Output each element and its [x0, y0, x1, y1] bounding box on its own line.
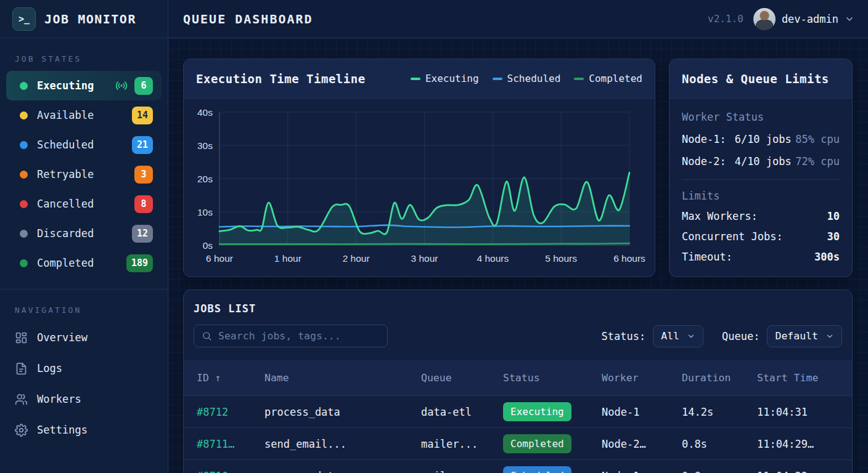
limit-label: Timeout:	[682, 251, 732, 263]
nodes-divider	[682, 179, 840, 180]
svg-text:3 hour: 3 hour	[411, 253, 438, 264]
version-label: v2.1.0	[708, 13, 743, 25]
status-dot	[20, 259, 28, 267]
avatar	[753, 8, 776, 30]
sidebar-state-retryable[interactable]: Retryable3	[6, 160, 162, 189]
sidebar-item-workers[interactable]: Workers	[0, 384, 168, 414]
svg-text:10s: 10s	[197, 207, 213, 217]
legend-label: Executing	[425, 73, 479, 84]
state-label: Available	[37, 109, 94, 121]
column-header-queue[interactable]: Queue	[421, 372, 503, 384]
status-badge: Completed	[503, 434, 571, 453]
app-title: JOB MONITOR	[44, 12, 136, 26]
sidebar-item-overview[interactable]: Overview	[0, 322, 168, 353]
job-id-link[interactable]: #8712	[197, 406, 264, 418]
job-name: send_email...	[264, 438, 421, 450]
status-dot	[20, 230, 28, 238]
state-label: Cancelled	[37, 198, 94, 210]
sidebar: >_ JOB MONITOR JOB STATES Executing6Avai…	[0, 0, 168, 473]
job-start-time: 11:04:29…	[757, 438, 852, 450]
state-label: Scheduled	[37, 139, 94, 151]
job-worker: Node-1	[602, 406, 682, 418]
sidebar-state-completed[interactable]: Completed189	[6, 248, 162, 278]
sidebar-state-discarded[interactable]: Discarded12	[6, 219, 162, 248]
job-name: process_data	[264, 470, 421, 473]
job-id-link[interactable]: #8711…	[197, 438, 264, 450]
app-logo-row: >_ JOB MONITOR	[0, 0, 168, 38]
user-menu[interactable]: dev-admin	[753, 8, 854, 30]
svg-text:2 hour: 2 hour	[343, 253, 370, 264]
job-start-time: 11:04:31	[757, 406, 852, 418]
status-badge: Executing	[503, 402, 571, 421]
state-label: Retryable	[37, 168, 94, 180]
nodes-panel-header: Nodes & Queue Limits	[669, 59, 852, 99]
limit-value: 300s	[814, 251, 840, 263]
count-badge: 3	[134, 166, 153, 184]
jobs-search-box[interactable]	[194, 325, 388, 347]
status-dot	[20, 171, 28, 179]
job-states-list: Executing6Available14Scheduled21Retryabl…	[0, 71, 168, 278]
table-row[interactable]: #8710process_datamailerScheduledNode-10.…	[184, 460, 852, 473]
table-row[interactable]: #8712process_datadata-etlExecutingNode-1…	[184, 396, 852, 428]
column-header-worker[interactable]: Worker	[602, 372, 682, 384]
chart-panel-header: Execution Time Timeline ExecutingSchedul…	[184, 59, 655, 99]
node-cpu: 72% cpu	[795, 155, 840, 168]
top-header: QUEUE DASHBOARD v2.1.0 dev-admin	[168, 0, 868, 38]
user-name: dev-admin	[782, 13, 838, 25]
svg-text:5 hours: 5 hours	[545, 253, 577, 264]
column-header-starttime[interactable]: Start Time	[757, 372, 852, 384]
status-filter-select[interactable]: All	[653, 325, 703, 347]
legend-item-completed[interactable]: Completed	[574, 73, 642, 84]
state-label: Completed	[37, 257, 94, 269]
sidebar-item-settings[interactable]: Settings	[0, 414, 168, 445]
column-header-id[interactable]: ID ↑	[197, 372, 264, 384]
status-dot	[20, 141, 28, 149]
column-header-status[interactable]: Status	[503, 372, 602, 384]
status-dot	[20, 82, 28, 90]
status-badge: Scheduled	[503, 466, 571, 473]
job-worker: Node-1	[602, 470, 682, 473]
job-id-link[interactable]: #8710	[197, 470, 264, 473]
sidebar-state-executing[interactable]: Executing6	[6, 71, 162, 100]
main-content: Execution Time Timeline ExecutingSchedul…	[168, 38, 868, 473]
state-label: Executing	[37, 79, 94, 92]
job-start-time: 11:04:29	[757, 470, 852, 473]
job-duration: 14.2s	[682, 406, 757, 418]
limits-rows: Max Workers:10Concurrent Jobs:30Timeout:…	[682, 210, 840, 263]
sidebar-state-available[interactable]: Available14	[6, 100, 162, 130]
svg-text:30s: 30s	[197, 140, 213, 151]
chevron-down-icon	[687, 332, 695, 341]
worker-status-row: Node-2:4/10 jobs72% cpu	[682, 155, 840, 168]
legend-item-executing[interactable]: Executing	[411, 73, 479, 84]
job-worker: Node-2…	[602, 438, 682, 450]
state-label: Discarded	[37, 227, 94, 240]
job-duration: 0.8s	[682, 438, 757, 450]
node-jobs: 4/10 jobs	[735, 155, 792, 168]
limit-value: 30	[827, 230, 840, 243]
table-row[interactable]: #8711…send_email...mailer...CompletedNod…	[184, 428, 852, 460]
nav-label: Workers	[37, 393, 81, 405]
worker-status-rows: Node-1:6/10 jobs85% cpuNode-2:4/10 jobs7…	[682, 133, 840, 168]
sidebar-state-scheduled[interactable]: Scheduled21	[6, 130, 162, 160]
limits-title: Limits	[682, 190, 840, 202]
legend-item-scheduled[interactable]: Scheduled	[493, 73, 561, 84]
search-input[interactable]	[218, 330, 380, 342]
page-title: QUEUE DASHBOARD	[183, 12, 313, 26]
column-header-duration[interactable]: Duration	[682, 372, 757, 384]
sidebar-divider	[0, 289, 168, 289]
queue-filter-select[interactable]: Default	[767, 325, 842, 347]
sidebar-item-logs[interactable]: Logs	[0, 353, 168, 384]
column-header-name[interactable]: Name	[264, 372, 421, 384]
execution-timeline-panel: Execution Time Timeline ExecutingSchedul…	[183, 59, 655, 277]
count-badge: 8	[134, 195, 153, 213]
count-badge: 21	[132, 136, 153, 154]
navigation-list: OverviewLogsWorkersSettings	[0, 322, 168, 445]
limit-label: Max Workers:	[682, 210, 758, 222]
gear-icon	[15, 424, 28, 437]
legend-label: Scheduled	[507, 73, 561, 84]
job-duration: 0.8s	[682, 470, 757, 473]
live-activity-icon	[115, 79, 128, 92]
job-name: process_data	[264, 406, 421, 418]
chart-title: Execution Time Timeline	[196, 72, 366, 86]
sidebar-state-cancelled[interactable]: Cancelled8	[6, 189, 162, 219]
